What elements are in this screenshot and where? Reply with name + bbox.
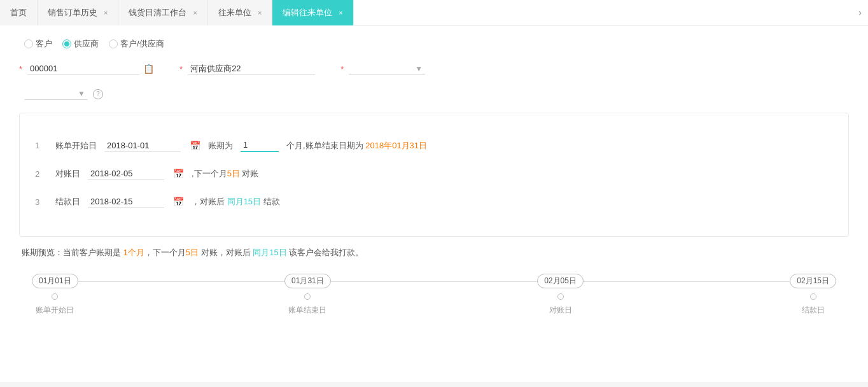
tab-close-partner[interactable]: × [258, 9, 262, 17]
calendar-icon-3[interactable]: 📅 [173, 197, 184, 207]
preview-row: 账期预览：当前客户账期是 1个月，下一个月5日 对账，对账后 同月15日 该客户… [19, 247, 849, 258]
tl-label-0: 账单开始日 [36, 305, 74, 316]
unit-name-group [179, 62, 315, 75]
preview-payment-day: 同月15日 [253, 248, 286, 257]
unit-category-group: ▼ [340, 63, 425, 75]
radio-circle-2 [109, 39, 118, 48]
tab-edit-partner[interactable]: 编辑往来单位× [272, 0, 353, 25]
period-desc-2: ,下一个月5日 对账 [192, 168, 258, 179]
payment-date-input[interactable] [88, 195, 164, 208]
timeline-point-2: 02月05日对账日 [537, 274, 584, 316]
period-num-2: 2 [35, 169, 48, 179]
unit-name-label [179, 64, 183, 74]
unit-code-input[interactable] [27, 62, 139, 75]
unit-type-row: 客户供应商客户/供应商 [19, 38, 849, 50]
tabs-bar: 首页销售订单历史×钱货日清工作台×往来单位×编辑往来单位×› [0, 0, 868, 25]
tab-home[interactable]: 首页 [0, 0, 38, 25]
tab-close-cash-work[interactable]: × [193, 9, 197, 17]
help-icon[interactable]: ? [93, 89, 103, 99]
tl-date-2: 02月05日 [537, 274, 584, 288]
timeline-point-1: 01月31日账单结束日 [284, 274, 331, 316]
tab-close-edit-partner[interactable]: × [339, 9, 342, 17]
radio-group: 客户供应商客户/供应商 [24, 38, 164, 50]
unit-category-label [340, 64, 344, 74]
preview-months: 1个月 [123, 248, 144, 257]
tab-scroll-arrow[interactable]: › [852, 0, 868, 25]
timeline-points: 01月01日账单开始日01月31日账单结束日02月05日对账日02月15日结款日 [32, 274, 836, 316]
radio-option-0[interactable]: 客户 [24, 38, 52, 50]
fields-row: 📋 ▼ [19, 62, 849, 75]
unit-name-input[interactable] [188, 62, 315, 75]
radio-label-1: 供应商 [74, 38, 99, 50]
period-desc-3: ，对账后 同月15日 结款 [192, 196, 280, 208]
calendar-icon-1[interactable]: 📅 [190, 141, 200, 151]
preview-day: 5日 [186, 248, 199, 257]
radio-label-0: 客户 [36, 38, 52, 50]
reconcile-date-input[interactable] [88, 167, 164, 180]
payment-row: ▼ ? [19, 88, 849, 100]
period-row-3: 3 结款日 📅 ，对账后 同月15日 结款 [35, 195, 833, 208]
tl-dot-1 [304, 293, 311, 300]
period-label-2: 对账日 [55, 168, 80, 179]
period-num-1: 1 [35, 141, 48, 150]
period-num-3: 3 [35, 197, 48, 207]
tl-dot-0 [52, 293, 58, 300]
radio-label-2: 客户/供应商 [120, 38, 164, 50]
page-content: 客户供应商客户/供应商 📋 ▼ ▼ ? [0, 25, 868, 382]
unit-code-label [19, 64, 22, 74]
radio-option-2[interactable]: 客户/供应商 [109, 38, 164, 50]
period-desc-1b: 个月,账单结束日期为 2018年01月31日 [286, 140, 427, 151]
calendar-icon-2[interactable]: 📅 [173, 169, 184, 179]
period-desc-1a: 账期为 [208, 140, 233, 151]
tl-dot-2 [557, 293, 564, 300]
payment-dropdown[interactable]: ▼ [24, 88, 88, 100]
chevron-down-icon: ▼ [415, 64, 423, 73]
tl-date-3: 02月15日 [790, 274, 836, 288]
tab-sales-history[interactable]: 销售订单历史× [38, 0, 118, 25]
chevron-down-icon2: ▼ [78, 89, 85, 98]
tab-partner[interactable]: 往来单位× [208, 0, 272, 25]
radio-circle-0 [24, 39, 33, 48]
tl-date-1: 01月31日 [284, 274, 331, 288]
timeline-point-0: 01月01日账单开始日 [32, 274, 78, 316]
unit-category-dropdown[interactable]: ▼ [349, 63, 425, 75]
tl-label-3: 结款日 [802, 305, 825, 316]
copy-icon[interactable]: 📋 [143, 64, 154, 74]
unit-code-group: 📋 [19, 62, 154, 75]
radio-circle-1 [62, 39, 71, 48]
radio-option-1[interactable]: 供应商 [62, 38, 99, 50]
period-label-1: 账单开始日 [55, 140, 97, 151]
period-label-3: 结款日 [55, 196, 80, 208]
timeline-point-3: 02月15日结款日 [790, 274, 836, 316]
tl-label-2: 对账日 [549, 305, 572, 316]
tl-dot-3 [810, 293, 816, 300]
period-box: 1 账单开始日 📅 账期为 个月,账单结束日期为 2018年01月31日 2 对… [19, 113, 849, 237]
period-months-input[interactable] [241, 139, 279, 152]
tab-cash-work[interactable]: 钱货日清工作台× [118, 0, 207, 25]
tl-date-0: 01月01日 [32, 274, 78, 288]
timeline: 01月01日账单开始日01月31日账单结束日02月05日对账日02月15日结款日 [19, 274, 849, 316]
tab-close-sales-history[interactable]: × [104, 9, 108, 17]
start-date-input[interactable] [104, 139, 181, 152]
period-row-1: 1 账单开始日 📅 账期为 个月,账单结束日期为 2018年01月31日 [35, 139, 833, 152]
tl-label-1: 账单结束日 [288, 305, 326, 316]
period-row-2: 2 对账日 📅 ,下一个月5日 对账 [35, 167, 833, 180]
